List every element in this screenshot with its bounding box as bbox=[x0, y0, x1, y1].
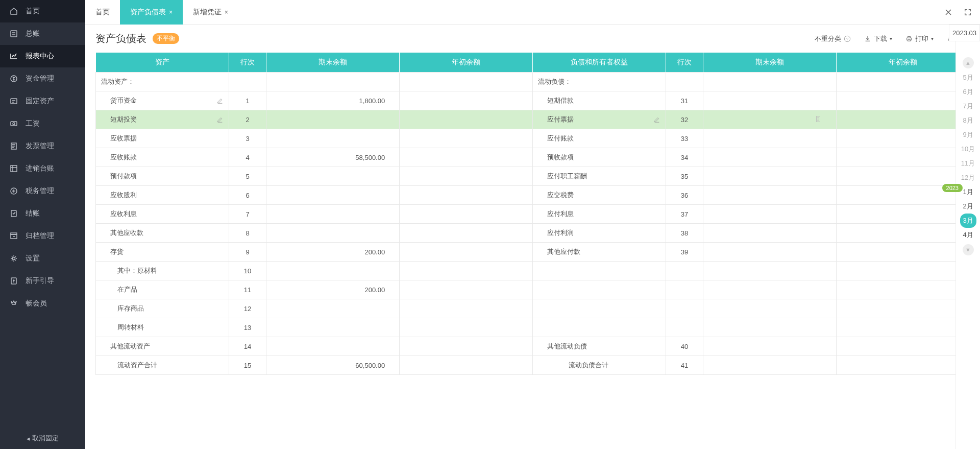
sidebar-item-tax[interactable]: 税务管理 bbox=[0, 180, 85, 202]
tab-close-icon[interactable]: × bbox=[169, 9, 173, 16]
sidebar-item-inventory[interactable]: 进销台账 bbox=[0, 157, 85, 180]
table-row[interactable]: 应收股利 6 应交税费 36 bbox=[96, 186, 970, 205]
table-row[interactable]: 存货 9 200.00 其他应付款 39 bbox=[96, 243, 970, 262]
period-end1-cell bbox=[266, 299, 400, 318]
line1-cell: 1 bbox=[229, 91, 266, 110]
sidebar-unpin[interactable]: ◂ 取消固定 bbox=[0, 428, 85, 449]
print-button[interactable]: 打印 ▾ bbox=[905, 34, 934, 43]
table-row[interactable]: 应收账款 4 58,500.00 预收款项 34 bbox=[96, 148, 970, 167]
year-begin1-cell bbox=[400, 186, 533, 205]
period-month[interactable]: 4月 bbox=[960, 228, 976, 242]
guide-icon bbox=[9, 276, 18, 286]
sidebar-item-ledger[interactable]: 总账 bbox=[0, 22, 85, 45]
tab-bar: 首页资产负债表×新增凭证× bbox=[85, 0, 980, 25]
page-content: 资产负债表 不平衡 不重分类 ? 下载 ▾ 打印 ▾ bbox=[85, 25, 980, 449]
period-end2-cell bbox=[703, 299, 837, 318]
period-month: 6月 bbox=[960, 85, 976, 99]
period-end1-cell bbox=[266, 110, 400, 129]
period-scroll-down[interactable]: ▼ bbox=[963, 244, 974, 255]
asset-cell: 其中：原材料 bbox=[96, 262, 229, 280]
table-row[interactable]: 短期投资 2 应付票据 32 bbox=[96, 110, 970, 129]
balance-sheet-table-wrap[interactable]: 资产 行次 期末余额 年初余额 负债和所有者权益 行次 期末余额 年初余额 流动… bbox=[95, 53, 970, 449]
sidebar-item-chart[interactable]: 报表中心 bbox=[0, 45, 85, 67]
print-icon bbox=[905, 35, 913, 42]
year-begin2-cell bbox=[837, 299, 970, 318]
table-row[interactable]: 周转材料 13 bbox=[96, 318, 970, 337]
th-year-begin2: 年初余额 bbox=[837, 53, 970, 73]
close-window-button[interactable] bbox=[941, 5, 955, 19]
sidebar-item-guide[interactable]: 新手引导 bbox=[0, 270, 85, 292]
period-end2-cell bbox=[703, 280, 837, 299]
sidebar-item-invoice[interactable]: 发票管理 bbox=[0, 135, 85, 157]
year-badge: 2023 bbox=[942, 184, 963, 192]
period-end1-cell: 200.00 bbox=[266, 243, 400, 262]
year-begin1-cell bbox=[400, 91, 533, 110]
sidebar-item-salary[interactable]: 工资 bbox=[0, 112, 85, 135]
table-row[interactable]: 应收利息 7 应付利息 37 bbox=[96, 205, 970, 224]
liability-cell: 预收款项 bbox=[533, 148, 666, 167]
unpin-icon: ◂ bbox=[27, 435, 30, 442]
period-month[interactable]: 3月 bbox=[960, 214, 976, 228]
liability-cell bbox=[533, 262, 666, 280]
edit-icon[interactable] bbox=[216, 97, 224, 104]
edit-icon[interactable] bbox=[653, 116, 660, 123]
table-row[interactable]: 在产品 11 200.00 bbox=[96, 280, 970, 299]
line2-cell: 32 bbox=[666, 110, 703, 129]
sidebar-item-settings[interactable]: 设置 bbox=[0, 247, 85, 270]
table-row[interactable]: 预付款项 5 应付职工薪酬 35 bbox=[96, 167, 970, 186]
period-month: 12月 bbox=[960, 171, 976, 185]
line2-cell: 36 bbox=[666, 186, 703, 205]
year-begin2-cell bbox=[837, 262, 970, 280]
table-row[interactable]: 流动资产： 流动负债： bbox=[96, 73, 970, 91]
tab[interactable]: 首页 bbox=[85, 0, 120, 25]
year-begin1-cell bbox=[400, 148, 533, 167]
period-end2-cell bbox=[703, 356, 837, 375]
th-period-end2: 期末余额 bbox=[703, 53, 837, 73]
line1-cell: 5 bbox=[229, 167, 266, 186]
th-line1: 行次 bbox=[229, 53, 266, 73]
period-end2-cell bbox=[703, 243, 837, 262]
table-row[interactable]: 库存商品 12 bbox=[96, 299, 970, 318]
asset-cell: 短期投资 bbox=[96, 110, 229, 129]
year-begin1-cell bbox=[400, 205, 533, 224]
period-scroll-up[interactable]: ▲ bbox=[963, 57, 974, 68]
sidebar-item-money[interactable]: 资金管理 bbox=[0, 67, 85, 90]
table-row[interactable]: 其中：原材料 10 bbox=[96, 262, 970, 280]
asset-cell: 其他应收款 bbox=[96, 224, 229, 243]
sidebar-item-home[interactable]: 首页 bbox=[0, 0, 85, 22]
period-end1-cell bbox=[266, 167, 400, 186]
line1-cell bbox=[229, 73, 266, 91]
sidebar-item-archive[interactable]: 归档管理 bbox=[0, 225, 85, 247]
svg-point-11 bbox=[13, 257, 15, 260]
year-begin2-cell bbox=[837, 129, 970, 148]
table-row[interactable]: 货币资金 1 1,800.00 短期借款 31 bbox=[96, 91, 970, 110]
line1-cell: 9 bbox=[229, 243, 266, 262]
tab[interactable]: 资产负债表× bbox=[120, 0, 183, 25]
sidebar-label: 固定资产 bbox=[26, 97, 54, 106]
asset-cell: 流动资产合计 bbox=[96, 356, 229, 375]
no-reclass-button[interactable]: 不重分类 ? bbox=[815, 34, 851, 43]
table-row[interactable]: 应收票据 3 应付账款 33 bbox=[96, 129, 970, 148]
period-month: 5月 bbox=[960, 70, 976, 85]
table-row[interactable]: 其他应收款 8 应付利润 38 bbox=[96, 224, 970, 243]
line2-cell bbox=[666, 280, 703, 299]
line1-cell: 3 bbox=[229, 129, 266, 148]
asset-cell: 其他流动资产 bbox=[96, 337, 229, 356]
sidebar-item-close-book[interactable]: 结账 bbox=[0, 202, 85, 225]
liability-cell: 其他流动负债 bbox=[533, 337, 666, 356]
tab[interactable]: 新增凭证× bbox=[183, 0, 238, 25]
svg-rect-6 bbox=[11, 166, 17, 172]
document-icon[interactable] bbox=[815, 115, 822, 123]
liability-cell: 应付账款 bbox=[533, 129, 666, 148]
edit-icon[interactable] bbox=[216, 116, 224, 123]
table-row[interactable]: 流动资产合计 15 60,500.00 流动负债合计 41 bbox=[96, 356, 970, 375]
fullscreen-button[interactable] bbox=[961, 5, 975, 19]
asset-cell: 流动资产： bbox=[96, 73, 229, 91]
table-row[interactable]: 其他流动资产 14 其他流动负债 40 bbox=[96, 337, 970, 356]
liability-cell bbox=[533, 299, 666, 318]
sidebar-item-asset[interactable]: 固定资产 bbox=[0, 90, 85, 112]
sidebar-item-vip[interactable]: 畅会员 bbox=[0, 292, 85, 315]
period-month[interactable]: 2月 bbox=[960, 199, 976, 214]
tab-close-icon[interactable]: × bbox=[225, 9, 228, 16]
download-button[interactable]: 下载 ▾ bbox=[864, 34, 892, 43]
